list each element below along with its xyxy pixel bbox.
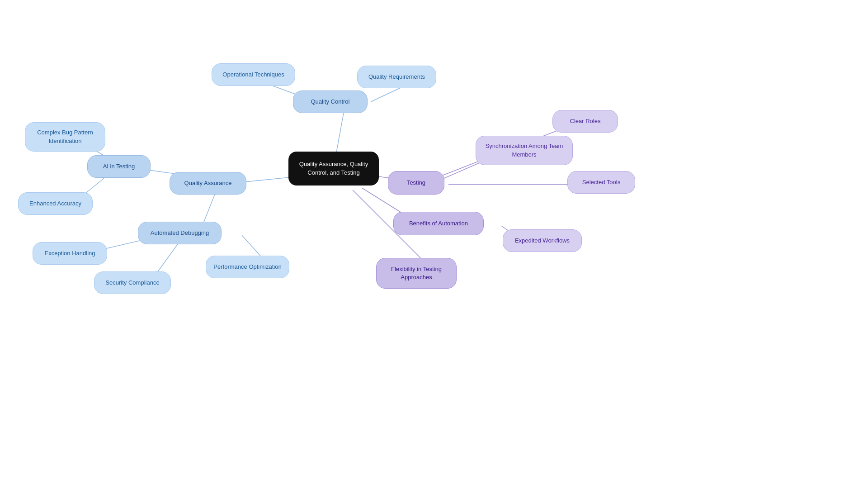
flexibility-label: Flexibility in Testing Approaches <box>377 261 456 286</box>
enhanced-accuracy-node[interactable]: Enhanced Accuracy <box>18 192 93 215</box>
flexibility-node[interactable]: Flexibility in Testing Approaches <box>376 258 457 289</box>
exception-handling-label: Exception Handling <box>37 245 102 262</box>
quality-assurance-node[interactable]: Quality Assurance <box>170 172 246 195</box>
expedited-workflows-label: Expedited Workflows <box>508 232 577 249</box>
operational-techniques-node[interactable]: Operational Techniques <box>212 63 295 86</box>
benefits-automation-node[interactable]: Benefits of Automation <box>393 212 484 235</box>
clear-roles-label: Clear Roles <box>563 113 608 130</box>
ai-in-testing-label: AI in Testing <box>96 158 142 175</box>
complex-bug-node[interactable]: Complex Bug Pattern Identification <box>25 122 105 152</box>
testing-label: Testing <box>400 174 433 191</box>
exception-handling-node[interactable]: Exception Handling <box>33 242 107 265</box>
central-node[interactable]: Quality Assurance, Quality Control, and … <box>288 152 379 186</box>
clear-roles-node[interactable]: Clear Roles <box>552 110 618 133</box>
security-compliance-label: Security Compliance <box>98 274 166 291</box>
operational-techniques-label: Operational Techniques <box>215 66 291 83</box>
performance-optimization-label: Performance Optimization <box>206 258 288 276</box>
enhanced-accuracy-label: Enhanced Accuracy <box>22 195 89 212</box>
automated-debugging-label: Automated Debugging <box>143 224 216 242</box>
benefits-automation-label: Benefits of Automation <box>402 215 475 232</box>
testing-node[interactable]: Testing <box>388 171 444 195</box>
sync-team-label: Synchronization Among Team Members <box>476 138 572 163</box>
svg-line-9 <box>155 240 181 276</box>
complex-bug-label: Complex Bug Pattern Identification <box>25 124 105 149</box>
selected-tools-node[interactable]: Selected Tools <box>567 171 635 194</box>
sync-team-node[interactable]: Synchronization Among Team Members <box>476 136 573 165</box>
security-compliance-node[interactable]: Security Compliance <box>94 271 171 294</box>
performance-optimization-node[interactable]: Performance Optimization <box>206 256 289 278</box>
quality-requirements-label: Quality Requirements <box>361 68 432 86</box>
quality-requirements-node[interactable]: Quality Requirements <box>357 66 436 88</box>
central-label: Quality Assurance, Quality Control, and … <box>288 156 379 181</box>
selected-tools-label: Selected Tools <box>575 174 627 191</box>
quality-control-node[interactable]: Quality Control <box>293 90 368 113</box>
svg-line-10 <box>242 235 262 258</box>
ai-in-testing-node[interactable]: AI in Testing <box>87 155 151 178</box>
quality-assurance-label: Quality Assurance <box>177 175 239 192</box>
quality-control-label: Quality Control <box>304 93 357 110</box>
expedited-workflows-node[interactable]: Expedited Workflows <box>503 229 582 252</box>
automated-debugging-node[interactable]: Automated Debugging <box>138 222 222 244</box>
